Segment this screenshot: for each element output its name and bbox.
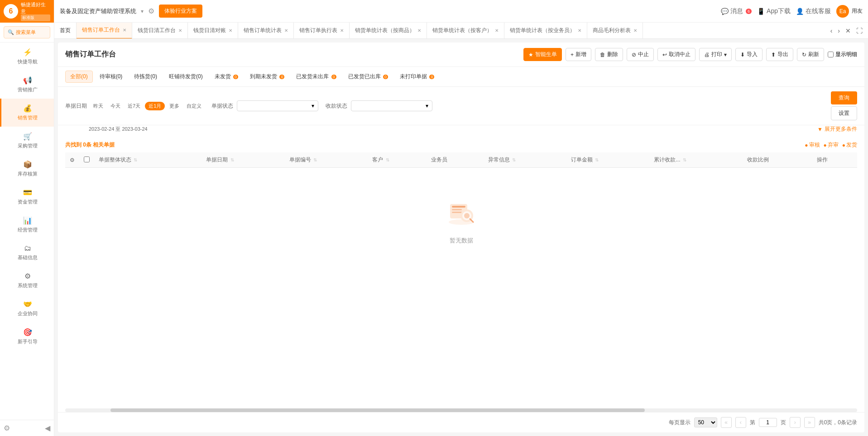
scrollbar-thumb[interactable]: [110, 408, 645, 412]
sidebar-item-system[interactable]: ⚙ 系统管理: [0, 266, 54, 294]
review-action-button[interactable]: ● 审核: [805, 141, 820, 149]
tab-cash-reconcile-close[interactable]: ✕: [229, 28, 232, 33]
tab-sales-stat-staff-close[interactable]: ✕: [578, 28, 581, 33]
tab-sales-workbench-label: 销售订单工作台: [82, 26, 120, 34]
sidebar-item-marketing[interactable]: 📢 营销推广: [0, 71, 54, 99]
sub-tab-not-shipped[interactable]: 未发货 0: [210, 71, 243, 83]
sidebar-collapse-icon[interactable]: ◀: [45, 424, 50, 432]
app-download-button[interactable]: 📱 App下载: [757, 7, 791, 15]
page-actions: ★ 智能生单 + 新增 🗑 删除 ⊘ 中止: [523, 48, 857, 61]
tab-sales-stat-customer[interactable]: 销货单统计表（按客户） ✕: [427, 23, 504, 39]
tab-product-margin-close[interactable]: ✕: [633, 28, 637, 33]
add-button[interactable]: + 新增: [566, 48, 591, 61]
pagination-last[interactable]: »: [804, 417, 815, 428]
tab-sales-stat-close[interactable]: ✕: [284, 28, 288, 33]
th-collected-sort[interactable]: ⇅: [683, 157, 686, 162]
th-amount-sort[interactable]: ⇅: [595, 157, 599, 162]
filter-date-more[interactable]: 更多: [167, 102, 182, 110]
sidebar-item-finance[interactable]: 💳 资金管理: [0, 183, 54, 211]
sidebar-item-operation[interactable]: 📊 经营管理: [0, 211, 54, 239]
query-button[interactable]: 查询: [831, 91, 857, 104]
filter-date-today[interactable]: 今天: [108, 102, 123, 110]
sub-tab-shipped-out[interactable]: 已发货已出库 0: [343, 71, 393, 83]
filter-date-1month[interactable]: 近1月: [145, 102, 165, 110]
tab-cash-reconcile[interactable]: 钱货日清对账 ✕: [188, 23, 238, 39]
sub-tab-not-printed[interactable]: 未打印单据 0: [395, 71, 439, 83]
pagination-prev[interactable]: ‹: [735, 417, 746, 428]
search-menu-button[interactable]: 🔍 搜索菜单: [4, 26, 50, 38]
sub-tab-overdue[interactable]: 到期未发货 0: [245, 71, 289, 83]
tab-sales-workbench-close[interactable]: ✕: [123, 28, 126, 33]
th-number-sort[interactable]: ⇅: [313, 157, 317, 162]
print-button[interactable]: 🖨 打印 ▾: [699, 48, 732, 61]
sidebar-item-inventory[interactable]: 📦 库存核算: [0, 155, 54, 183]
tabs-scroll-left[interactable]: ‹: [829, 26, 834, 35]
export-button[interactable]: ⬆ 导出: [766, 48, 793, 61]
th-customer-sort[interactable]: ⇅: [386, 157, 389, 162]
cancel-stop-button[interactable]: ↩ 取消中止: [657, 48, 695, 61]
sub-tab-shipped-not-out[interactable]: 已发货未出库 0: [291, 71, 341, 83]
th-abnormal-sort[interactable]: ⇅: [512, 157, 516, 162]
sidebar-item-corp[interactable]: 🤝 企业协同: [0, 294, 54, 322]
table-actions: ● 审核 ● 弃审 ● 发货: [805, 141, 857, 149]
delete-button[interactable]: 🗑 删除: [595, 48, 623, 61]
pagination-next[interactable]: ›: [790, 417, 801, 428]
tab-sales-exec-close[interactable]: ✕: [340, 28, 344, 33]
tab-sales-stat-customer-close[interactable]: ✕: [495, 28, 499, 33]
setting-button[interactable]: 设置: [831, 106, 857, 120]
sub-tab-all[interactable]: 全部(0): [65, 71, 93, 83]
horizontal-scrollbar[interactable]: [65, 408, 857, 412]
show-detail-checkbox[interactable]: [828, 52, 834, 57]
sidebar-item-sales[interactable]: 💰 销售管理: [0, 99, 54, 127]
tab-cash-daily[interactable]: 钱货日清工作台 ✕: [132, 23, 188, 39]
pagination-first[interactable]: «: [721, 417, 732, 428]
tabs-scroll-right[interactable]: ›: [836, 26, 842, 35]
filter-payment-select[interactable]: ▾: [351, 100, 432, 111]
expand-filters-button[interactable]: ▼ 展开更多条件: [817, 125, 857, 133]
message-button[interactable]: 💬 消息 6: [721, 7, 752, 15]
select-all-checkbox[interactable]: [84, 156, 90, 162]
online-service-button[interactable]: 👤 在线客服: [796, 7, 831, 15]
solution-button[interactable]: 体验行业方案: [159, 5, 202, 18]
delete-label: 删除: [607, 51, 618, 58]
smart-generate-button[interactable]: ★ 智能生单: [523, 48, 562, 61]
tab-sales-stat[interactable]: 销售订单统计表 ✕: [238, 23, 294, 39]
filter-date-custom[interactable]: 自定义: [184, 102, 204, 110]
sidebar-item-purchase[interactable]: 🛒 采购管理: [0, 127, 54, 155]
sub-tab-pending-review[interactable]: 待审核(0): [95, 71, 128, 83]
stop-button[interactable]: ⊘ 中止: [627, 48, 654, 61]
tabs-fullscreen[interactable]: ⛶: [854, 26, 864, 35]
filter-date-yesterday[interactable]: 昨天: [91, 102, 106, 110]
tab-sales-stat-product[interactable]: 销货单统计表（按商品） ✕: [350, 23, 427, 39]
sidebar-item-basic[interactable]: 🗂 基础信息: [0, 239, 54, 266]
tab-sales-workbench[interactable]: 销售订单工作台 ✕: [77, 23, 132, 39]
tab-sales-stat-product-close[interactable]: ✕: [417, 28, 421, 33]
th-checkbox[interactable]: [79, 152, 94, 168]
th-status-sort[interactable]: ⇅: [134, 157, 137, 162]
sub-tab-wangpu[interactable]: 旺铺待发货(0): [164, 71, 208, 83]
ship-action-button[interactable]: ● 发货: [842, 141, 857, 149]
tab-cash-daily-close[interactable]: ✕: [178, 28, 182, 33]
th-settings[interactable]: ⚙: [65, 152, 79, 168]
sidebar-settings-icon[interactable]: ⚙: [4, 424, 10, 432]
show-detail-label[interactable]: 显示明细: [828, 51, 857, 58]
user-menu[interactable]: Ea 用友: [836, 5, 863, 18]
import-button[interactable]: ⬇ 导入: [735, 48, 762, 61]
sidebar-item-newbie[interactable]: 🎯 新手引导: [0, 322, 54, 351]
tabs-close-all[interactable]: ✕: [844, 26, 853, 35]
tab-sales-exec[interactable]: 销售订单执行表 ✕: [294, 23, 350, 39]
filter-status-select[interactable]: ▾: [237, 100, 318, 111]
dropdown-icon[interactable]: ▾: [141, 8, 144, 14]
sub-tab-pending-inspect[interactable]: 待拣货(0): [129, 71, 162, 83]
cancel-review-action-button[interactable]: ● 弃审: [824, 141, 839, 149]
th-date-sort[interactable]: ⇅: [230, 157, 234, 162]
settings-icon[interactable]: ⚙: [148, 7, 154, 15]
sidebar-item-quick-nav[interactable]: ⚡ 快捷导航: [0, 43, 54, 71]
refresh-button[interactable]: ↻ 刷新: [797, 48, 824, 61]
filter-date-7days[interactable]: 近7天: [125, 102, 143, 110]
tab-product-margin[interactable]: 商品毛利分析表 ✕: [587, 23, 643, 39]
page-input[interactable]: [759, 418, 777, 427]
tab-home[interactable]: 首页: [54, 23, 77, 39]
per-page-select[interactable]: 50 100 200: [694, 417, 717, 427]
tab-sales-stat-staff[interactable]: 销货单统计表（按业务员） ✕: [504, 23, 587, 39]
